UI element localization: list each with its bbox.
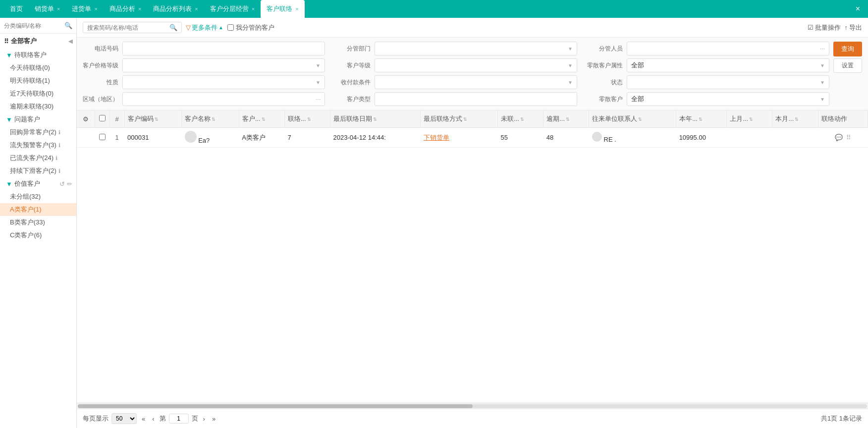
sidebar-all-customers[interactable]: ⠿ 全部客户 ◀ [0,34,76,49]
next-page-btn[interactable]: › [201,414,207,424]
table-header-this-year[interactable]: 本年...⇅ [676,110,727,128]
close-icon[interactable]: × [295,6,298,12]
chat-icon[interactable]: 💬 [835,134,843,141]
sidebar-group-pending[interactable]: ▼ 待联络客户 [0,49,76,61]
table-header-code[interactable]: 客户编码⇅ [124,110,182,128]
filter-retail-customer-select[interactable]: 全部 ▼ [627,92,829,106]
sidebar-item-today[interactable]: 今天待联络(0) [0,61,76,74]
first-page-btn[interactable]: « [140,414,147,424]
filter-customer-level-select[interactable]: ▼ [375,58,577,72]
close-icon[interactable]: × [252,6,255,12]
filter-nature-select[interactable]: ▼ [122,75,325,89]
row-unit-contact: RE . [589,128,676,148]
table-header-overdue[interactable]: 逾期...⇅ [543,110,589,128]
table-header-last-month[interactable]: 上月...⇅ [727,110,772,128]
select-all-checkbox[interactable] [99,115,106,121]
filter-row-1: 电话号码 分管部门 ▼ [83,42,829,55]
filter-phone-input[interactable] [122,42,325,55]
close-icon[interactable]: × [195,6,198,12]
scrollbar-track[interactable] [78,404,867,408]
filter-person-input[interactable]: ··· [627,42,829,55]
filter-region-input[interactable]: ··· [122,92,325,106]
nav-product-analysis-list[interactable]: 商品分析列表 × [147,0,204,18]
sidebar-item-c-class[interactable]: C类客户(6) [0,229,76,242]
sidebar-item-repurchase-abnormal[interactable]: 回购异常客户(2) ℹ [0,126,76,139]
sidebar-item-7days[interactable]: 近7天待联络(0) [0,87,76,100]
per-page-select[interactable]: 50 100 200 [111,413,137,424]
nav-sales[interactable]: 销货单 × [29,0,66,18]
dots-icon: ··· [316,96,321,103]
my-customers-checkbox[interactable] [227,24,234,31]
filter-nature: 性质 ▼ [83,75,325,89]
nav-product-analysis[interactable]: 商品分析 × [104,0,147,18]
row-actions[interactable]: 💬 ⠿ [818,128,868,148]
chevron-down-icon: ▼ [568,63,573,68]
sidebar-item-a-class[interactable]: A类客户(1) [0,203,76,216]
sidebar-item-b-class[interactable]: B类客户(33) [0,216,76,229]
settings-button[interactable]: 设置 [833,58,862,73]
nav-customer-contact[interactable]: 客户联络 × [261,0,304,18]
table-header-last-contact-date[interactable]: 最后联络日期⇅ [330,110,421,128]
sidebar-item-churn-warning[interactable]: 流失预警客户(3) ℹ [0,139,76,152]
table-header-unit-contact[interactable]: 往来单位联系人⇅ [589,110,676,128]
sidebar-item-declining[interactable]: 持续下滑客户(2) ℹ [0,164,76,177]
dots-icon: ··· [820,45,825,52]
search-icon: 🔍 [169,24,177,31]
horizontal-scrollbar[interactable] [77,403,868,409]
collapse-icon[interactable]: ◀ [68,38,72,45]
row-checkbox-cell[interactable] [95,128,109,148]
table-header-not-contacted[interactable]: 未联...⇅ [498,110,543,128]
table-header-customer-type[interactable]: 客户...⇅ [239,110,284,128]
table-header-checkbox[interactable] [95,110,109,128]
sidebar-search-input[interactable] [4,22,64,29]
query-button[interactable]: 查询 [833,42,862,56]
nav-purchase[interactable]: 进货单 × [66,0,103,18]
sidebar-item-churned[interactable]: 已流失客户(24) ℹ [0,152,76,164]
nav-close-all[interactable]: × [852,4,864,13]
row-last-contact-method[interactable]: 下销货单 [421,128,498,148]
more-icon[interactable]: ⠿ [846,134,851,141]
sidebar-item-tomorrow[interactable]: 明天待联络(1) [0,74,76,87]
table-header-last-contact-method[interactable]: 最后联络方式⇅ [421,110,498,128]
filter-row-3: 性质 ▼ 收付款条件 ▼ [83,75,829,89]
row-checkbox[interactable] [99,134,106,140]
my-customers-filter[interactable]: 我分管的客户 [227,23,274,32]
sidebar-item-unclassified[interactable]: 未分组(32) [0,190,76,203]
close-icon[interactable]: × [57,6,60,12]
close-icon[interactable]: × [94,6,97,12]
batch-ops-btn[interactable]: ☑ 批量操作 [808,23,841,32]
table-header-this-month[interactable]: 本月...⇅ [772,110,818,128]
table-header-name[interactable]: 客户名称⇅ [182,110,239,128]
nav-home[interactable]: 首页 [4,0,29,18]
filter-price-level-select[interactable]: ▼ [122,58,325,72]
table-header-settings[interactable]: ⚙ [77,110,95,128]
scrollbar-thumb[interactable] [78,404,473,408]
page-label: 第 [160,414,166,423]
filter-retail-attr-select[interactable]: 全部 ▼ [627,58,829,72]
filter-search-input[interactable] [87,24,169,31]
filter-more-btn[interactable]: ▽ 更多条件 ▲ [186,23,223,32]
nav-customer-tier[interactable]: 客户分层经营 × [204,0,261,18]
table-row: 1 000031 Ea? A类客户 7 2023-04-12 14:44: 下销… [77,128,868,148]
query-btns: 查询 设置 [833,42,862,106]
filter-status-select[interactable]: ▼ [627,75,829,89]
sidebar-group-problem[interactable]: ▼ 问题客户 [0,113,76,126]
filter-dept-select[interactable]: ▼ [375,42,577,55]
filter-payment-select[interactable]: ▼ [375,75,577,89]
filter-payment: 收付款条件 ▼ [335,75,577,89]
prev-page-btn[interactable]: ‹ [150,414,156,424]
chevron-down-icon: ▼ [820,80,825,85]
sidebar-search-box[interactable]: 🔍 [0,18,76,34]
export-btn[interactable]: ↑ 导出 [845,23,863,32]
table-header-num: # [109,110,124,128]
close-icon[interactable]: × [138,6,141,12]
filter-customer-type-input[interactable] [375,92,577,106]
filter-search-box[interactable]: 🔍 [83,22,182,33]
filter-phone: 电话号码 [83,42,325,55]
search-icon[interactable]: 🔍 [64,22,72,29]
last-page-btn[interactable]: » [210,414,217,424]
sidebar-group-value[interactable]: ▼ 价值客户 ↺ ✏ [0,177,76,190]
sidebar-item-overdue[interactable]: 逾期未联络(30) [0,100,76,113]
table-header-contact-count[interactable]: 联络...⇅ [284,110,330,128]
page-input[interactable] [169,414,189,424]
